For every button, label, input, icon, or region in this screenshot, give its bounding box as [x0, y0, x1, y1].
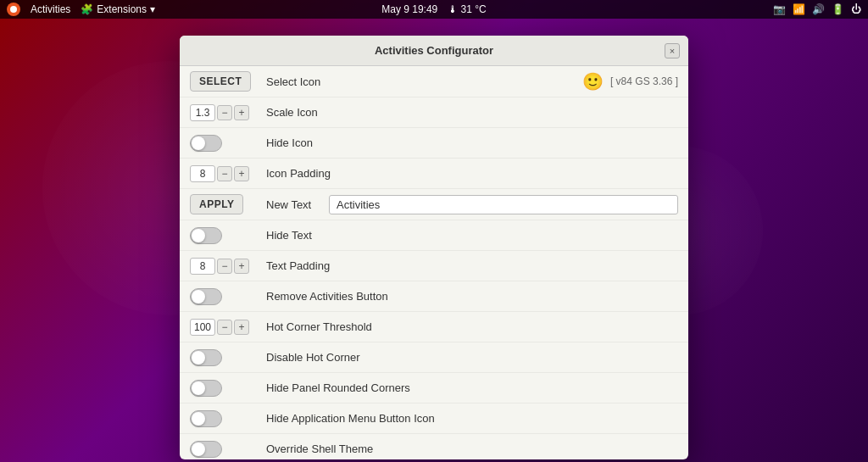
- icon-padding-increment[interactable]: +: [234, 166, 249, 181]
- disable-hot-corner-toggle[interactable]: [190, 349, 222, 366]
- override-shell-label: Override Shell Theme: [266, 443, 678, 455]
- dialog-overlay: Activities Configurator × SELECT Select …: [0, 19, 868, 462]
- extensions-label[interactable]: Extensions: [97, 3, 147, 15]
- hide-panel-rounded-control: [190, 380, 266, 397]
- select-button[interactable]: SELECT: [190, 71, 251, 92]
- row-disable-hot-corner: Disable Hot Corner: [180, 342, 688, 373]
- icon-padding-value[interactable]: 8: [190, 165, 215, 182]
- icon-padding-control: 8 − +: [190, 165, 266, 182]
- row-hide-app-menu: Hide Application Menu Button Icon: [180, 404, 688, 434]
- dialog-content: SELECT Select Icon 🙂 [ v84 GS 3.36 ] 1.3…: [180, 66, 688, 459]
- topbar-center: May 9 19:49 🌡 31 °C: [381, 3, 487, 15]
- power-icon: ⏻: [851, 3, 861, 15]
- battery-icon: 🔋: [832, 3, 844, 15]
- extensions-menu[interactable]: 🧩 Extensions ▾: [81, 3, 155, 15]
- row-override-shell: Override Shell Theme: [180, 434, 688, 459]
- row-text-padding: 8 − + Text Padding: [180, 251, 688, 281]
- text-padding-decrement[interactable]: −: [217, 259, 232, 274]
- icon-padding-decrement[interactable]: −: [217, 166, 232, 181]
- hide-app-menu-control: [190, 410, 266, 427]
- new-text-control: APPLY: [190, 194, 266, 214]
- activities-configurator-dialog: Activities Configurator × SELECT Select …: [180, 36, 688, 459]
- override-shell-control: [190, 441, 266, 458]
- row-hide-icon: Hide Icon: [180, 128, 688, 159]
- hide-text-label: Hide Text: [266, 229, 678, 242]
- scale-icon-control: 1.3 − +: [190, 104, 266, 121]
- disable-hot-corner-control: [190, 349, 266, 366]
- new-text-input[interactable]: [329, 195, 678, 214]
- scale-icon-increment[interactable]: +: [234, 105, 249, 120]
- row-new-text: APPLY New Text: [180, 189, 688, 220]
- hot-corner-threshold-control: 100 − +: [190, 319, 266, 336]
- volume-icon: 🔊: [812, 3, 825, 15]
- datetime-label: May 9 19:49: [381, 3, 437, 15]
- scale-icon-value[interactable]: 1.3: [190, 104, 215, 121]
- override-shell-toggle[interactable]: [190, 441, 222, 458]
- topbar-left: Activities 🧩 Extensions ▾: [7, 3, 155, 16]
- select-icon-label: Select Icon: [266, 75, 576, 88]
- row-hide-text: Hide Text: [180, 220, 688, 251]
- row-icon-padding: 8 − + Icon Padding: [180, 159, 688, 189]
- extensions-arrow-icon: ▾: [150, 3, 155, 15]
- dialog-close-button[interactable]: ×: [665, 43, 680, 58]
- remove-activities-toggle[interactable]: [190, 288, 222, 305]
- hide-app-menu-toggle[interactable]: [190, 410, 222, 427]
- hide-app-menu-label: Hide Application Menu Button Icon: [266, 412, 678, 425]
- hide-panel-rounded-toggle[interactable]: [190, 380, 222, 397]
- icon-padding-label: Icon Padding: [266, 167, 678, 180]
- hot-corner-threshold-decrement[interactable]: −: [217, 320, 232, 335]
- hot-corner-threshold-increment[interactable]: +: [234, 320, 249, 335]
- topbar-right: 📷 📶 🔊 🔋 ⏻: [773, 3, 861, 15]
- text-padding-spinner: 8 − +: [190, 258, 249, 275]
- hot-corner-threshold-value[interactable]: 100: [190, 319, 215, 336]
- camera-icon: 📷: [773, 3, 786, 15]
- select-icon-control: SELECT: [190, 71, 266, 92]
- extensions-puzzle-icon: 🧩: [81, 3, 93, 15]
- ubuntu-logo-icon[interactable]: [7, 3, 20, 16]
- row-hot-corner-threshold: 100 − + Hot Corner Threshold: [180, 312, 688, 342]
- scale-icon-decrement[interactable]: −: [217, 105, 232, 120]
- hide-icon-control: [190, 135, 266, 152]
- wifi-icon: 📶: [793, 3, 805, 15]
- version-badge: [ v84 GS 3.36 ]: [610, 75, 678, 87]
- row-hide-panel-rounded: Hide Panel Rounded Corners: [180, 373, 688, 404]
- row-remove-activities: Remove Activities Button: [180, 281, 688, 312]
- disable-hot-corner-label: Disable Hot Corner: [266, 351, 678, 364]
- dialog-title: Activities Configurator: [375, 44, 493, 57]
- text-padding-label: Text Padding: [266, 259, 678, 272]
- hide-icon-toggle[interactable]: [190, 135, 222, 152]
- selected-icon-emoji: 🙂: [582, 71, 604, 92]
- hide-text-control: [190, 227, 266, 244]
- topbar: Activities 🧩 Extensions ▾ May 9 19:49 🌡 …: [0, 0, 868, 19]
- activities-label[interactable]: Activities: [31, 3, 70, 15]
- scale-icon-spinner: 1.3 − +: [190, 104, 249, 121]
- hide-panel-rounded-label: Hide Panel Rounded Corners: [266, 381, 678, 394]
- new-text-label: New Text: [266, 198, 326, 211]
- row-select-icon: SELECT Select Icon 🙂 [ v84 GS 3.36 ]: [180, 66, 688, 97]
- hide-icon-label: Hide Icon: [266, 136, 678, 149]
- text-padding-control: 8 − +: [190, 258, 266, 275]
- text-padding-value[interactable]: 8: [190, 258, 215, 275]
- temperature-label: 🌡 31 °C: [448, 3, 486, 15]
- dialog-titlebar: Activities Configurator ×: [180, 36, 688, 66]
- hot-corner-threshold-spinner: 100 − +: [190, 319, 249, 336]
- apply-button[interactable]: APPLY: [190, 194, 243, 214]
- remove-activities-label: Remove Activities Button: [266, 290, 678, 303]
- text-padding-increment[interactable]: +: [234, 259, 249, 274]
- scale-icon-label: Scale Icon: [266, 106, 678, 119]
- row-scale-icon: 1.3 − + Scale Icon: [180, 97, 688, 128]
- hide-text-toggle[interactable]: [190, 227, 222, 244]
- remove-activities-control: [190, 288, 266, 305]
- hot-corner-threshold-label: Hot Corner Threshold: [266, 320, 678, 333]
- icon-padding-spinner: 8 − +: [190, 165, 249, 182]
